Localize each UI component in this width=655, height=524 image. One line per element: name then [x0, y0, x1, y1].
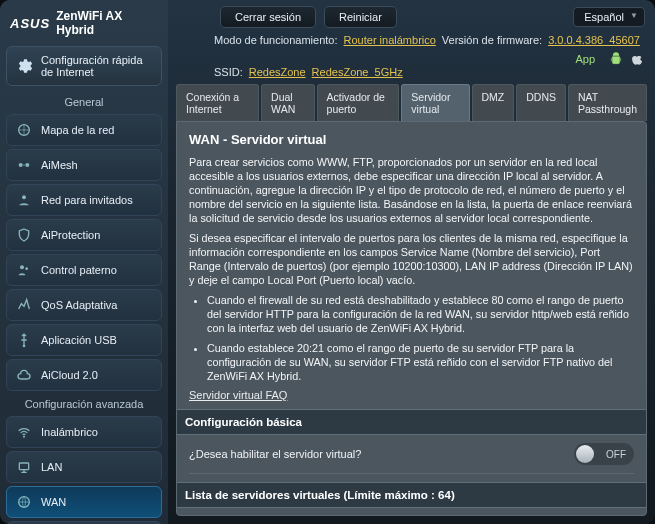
reboot-button[interactable]: Reiniciar — [324, 6, 397, 28]
server-list-header: Lista de servidores virtuales (Límite má… — [177, 482, 646, 508]
android-icon[interactable] — [609, 52, 623, 66]
ssid-label: SSID: — [214, 66, 243, 78]
sidebar-item-wan[interactable]: WAN — [6, 486, 162, 518]
sidebar-item-label: AiCloud 2.0 — [41, 369, 98, 381]
sidebar-item-parental[interactable]: Control paterno — [6, 254, 162, 286]
sidebar-item-label: Inalámbrico — [41, 426, 98, 438]
logout-button[interactable]: Cerrar sesión — [220, 6, 316, 28]
language-select[interactable]: Español — [573, 7, 645, 27]
col-7: Eliminar — [588, 514, 632, 516]
sidebar-item-label: Red para invitados — [41, 194, 133, 206]
basic-config-header: Configuración básica — [177, 409, 646, 435]
sidebar-item-label: AiProtection — [41, 229, 100, 241]
sidebar-item-netmap[interactable]: Mapa de la red — [6, 114, 162, 146]
op-mode-link[interactable]: Router inalámbrico — [344, 34, 436, 46]
sidebar-item-label: QoS Adaptativa — [41, 299, 117, 311]
fw-link[interactable]: 3.0.0.4.386_45607 — [548, 34, 640, 46]
page-title: WAN - Servidor virtual — [189, 132, 634, 147]
section-advanced: Configuración avanzada — [4, 394, 164, 416]
content-panel: WAN - Servidor virtual Para crear servic… — [176, 121, 647, 516]
sidebar-item-label: Aplicación USB — [41, 334, 117, 346]
section-general: General — [4, 92, 164, 114]
intro-p1: Para crear servicios como WWW, FTP, prop… — [189, 155, 634, 225]
asus-logo: ASUS — [10, 16, 50, 31]
sidebar-item-label: WAN — [41, 496, 66, 508]
bullet-2: Cuando establece 20:21 como el rango de … — [207, 341, 634, 383]
sidebar-item-aicloud[interactable]: AiCloud 2.0 — [6, 359, 162, 391]
tab-0[interactable]: Conexión a Internet — [176, 84, 259, 121]
op-mode-label: Modo de funcionamiento: — [214, 34, 338, 46]
parental-icon — [15, 261, 33, 279]
enable-vs-toggle[interactable]: OFF — [574, 443, 634, 465]
sidebar-item-label: LAN — [41, 461, 62, 473]
intro-p2: Si desea especificar el intervalo de pue… — [189, 231, 634, 287]
netmap-icon — [15, 121, 33, 139]
ssid2-link[interactable]: RedesZone_5GHz — [312, 66, 403, 78]
col-6: Editar — [552, 514, 586, 516]
sidebar-item-wireless[interactable]: Inalámbrico — [6, 416, 162, 448]
app-link[interactable]: App — [575, 53, 595, 65]
quick-setup-label: Configuración rápida de Internet — [41, 54, 153, 78]
tab-6[interactable]: NAT Passthrough — [568, 84, 647, 121]
svg-point-1 — [19, 163, 23, 167]
svg-point-2 — [25, 163, 29, 167]
tab-4[interactable]: DMZ — [472, 84, 515, 121]
wireless-icon — [15, 423, 33, 441]
aiprot-icon — [15, 226, 33, 244]
tab-1[interactable]: Dual WAN — [261, 84, 314, 121]
col-3: Dirección IP interna — [361, 514, 426, 516]
sidebar-item-guest[interactable]: Red para invitados — [6, 184, 162, 216]
svg-point-5 — [25, 267, 28, 270]
gear-icon — [15, 56, 33, 76]
lan-icon — [15, 458, 33, 476]
sidebar-item-label: Control paterno — [41, 264, 117, 276]
model-name: ZenWiFi AX Hybrid — [56, 9, 158, 37]
sidebar-item-lan[interactable]: LAN — [6, 451, 162, 483]
svg-point-4 — [20, 265, 24, 269]
tab-5[interactable]: DDNS — [516, 84, 566, 121]
apple-icon[interactable] — [631, 52, 645, 66]
bullet-1: Cuando el firewall de su red está deshab… — [207, 293, 634, 335]
guest-icon — [15, 191, 33, 209]
col-0: Nombre del servicio — [191, 514, 253, 516]
tab-3[interactable]: Servidor virtual — [401, 84, 469, 121]
svg-point-6 — [23, 345, 26, 348]
quick-setup-button[interactable]: Configuración rápida de Internet — [6, 46, 162, 86]
col-2: Puerto interno — [309, 514, 359, 516]
sidebar-item-aimesh[interactable]: AiMesh — [6, 149, 162, 181]
col-1: Puerto externo — [255, 514, 307, 516]
ssid1-link[interactable]: RedesZone — [249, 66, 306, 78]
server-table: Nombre del servicioPuerto externoPuerto … — [189, 512, 634, 516]
wan-icon — [15, 493, 33, 511]
sidebar-item-usb[interactable]: Aplicación USB — [6, 324, 162, 356]
sidebar-item-qos[interactable]: QoS Adaptativa — [6, 289, 162, 321]
brand: ASUS ZenWiFi AX Hybrid — [4, 4, 164, 42]
sidebar-item-aiprot[interactable]: AiProtection — [6, 219, 162, 251]
tab-2[interactable]: Activador de puerto — [317, 84, 400, 121]
qos-icon — [15, 296, 33, 314]
col-4: Protocolo — [428, 514, 478, 516]
usb-icon — [15, 331, 33, 349]
svg-point-3 — [22, 195, 26, 199]
aicloud-icon — [15, 366, 33, 384]
col-5: Dirección IP de origen — [481, 514, 550, 516]
fw-label: Versión de firmware: — [442, 34, 542, 46]
faq-link[interactable]: Servidor virtual FAQ — [189, 389, 287, 401]
svg-point-7 — [23, 436, 25, 438]
enable-vs-label: ¿Desea habilitar el servidor virtual? — [189, 448, 574, 460]
aimesh-icon — [15, 156, 33, 174]
svg-rect-8 — [19, 463, 28, 470]
sidebar-item-label: AiMesh — [41, 159, 78, 171]
sidebar-item-label: Mapa de la red — [41, 124, 114, 136]
